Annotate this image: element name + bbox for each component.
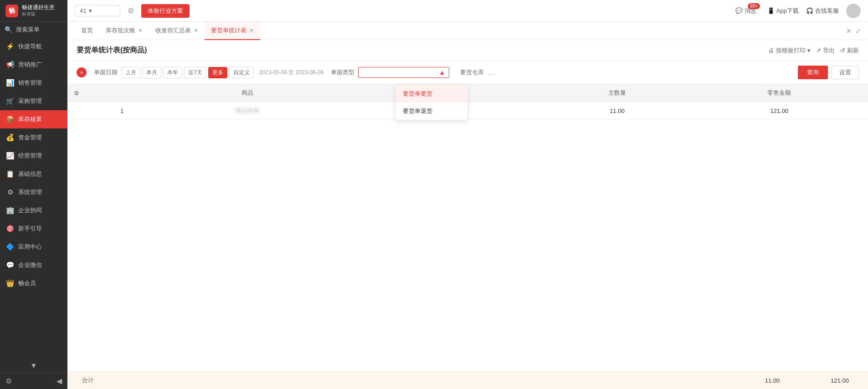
nav-label-inventory: 库存核算	[18, 115, 42, 123]
nav-label-marketing: 营销推广	[18, 61, 42, 69]
type-filter-input[interactable]	[362, 69, 439, 76]
footer-label: 合计	[73, 376, 109, 384]
tab-receipt-close[interactable]: ✕	[194, 28, 198, 33]
dropdown-item-order-purchase[interactable]: 要货单要货	[395, 85, 467, 102]
data-table: ⚙ 商品 主计量单位 主数量 零售金额 1 商品名称 块 11.00	[67, 84, 868, 120]
refresh-label: 刷新	[847, 46, 859, 55]
sidebar-bottom: ⚙ ◀	[0, 373, 67, 389]
tab-expand[interactable]: ⤢	[855, 27, 861, 35]
date-btn-custom[interactable]: 自定义	[229, 67, 254, 78]
header-settings-icon[interactable]: ⚙	[128, 6, 134, 15]
tab-close-all[interactable]: ✕	[846, 27, 852, 35]
sidebar-item-purchase[interactable]: 🛒采购管理	[0, 92, 67, 110]
tab-order-summary[interactable]: 要货单统计表 ✕	[205, 22, 260, 40]
main-area: 41 ▾ ⚙ 体验行业方案 💬 消息 99+ 📱 App下载 🎧 在线客服	[67, 0, 868, 389]
type-filter-arrow[interactable]: ▲	[439, 69, 445, 76]
tab-batch-label: 库存批次账	[106, 26, 135, 35]
sidebar-collapse-icon[interactable]: ◀	[56, 377, 62, 385]
query-btn[interactable]: 查询	[798, 66, 828, 79]
expand-icon: »	[80, 69, 83, 76]
tab-home[interactable]: 首页	[75, 22, 99, 40]
nav-label-sales: 销售管理	[18, 79, 42, 87]
online-service-label: 在线客服	[815, 7, 839, 15]
sidebar-scroll-down[interactable]: ▼	[0, 359, 67, 373]
app-download-btn[interactable]: 📱 App下载	[767, 7, 799, 15]
print-template-btn[interactable]: 🖨 按模板打印 ▾	[768, 46, 811, 55]
nav-icon-inventory: 📦	[5, 115, 15, 124]
tab-batch-inventory[interactable]: 库存批次账 ✕	[99, 22, 149, 40]
tabs-bar: 首页 库存批次账 ✕ 收发存汇总表 ✕ 要货单统计表 ✕ ✕ ⤢	[67, 22, 868, 40]
sidebar-item-enterprise[interactable]: 🏢企业协同	[0, 201, 67, 220]
nav-icon-quick-nav: ⚡	[5, 42, 15, 51]
industry-btn[interactable]: 体验行业方案	[141, 4, 190, 18]
sidebar-item-appstore[interactable]: 🔷应用中心	[0, 238, 67, 256]
sidebar-settings-icon[interactable]: ⚙	[5, 377, 12, 385]
logo-subtitle: 标准版	[22, 11, 55, 17]
nav-icon-member: 👑	[5, 279, 15, 288]
row-quantity: 11.00	[544, 102, 691, 120]
filter-actions: 查询 设置	[798, 66, 859, 79]
nav-icon-operations: 📈	[5, 151, 15, 160]
export-icon: ↗	[816, 47, 821, 54]
user-avatar[interactable]	[846, 4, 861, 18]
sidebar-item-inventory[interactable]: 📦库存核算	[0, 110, 67, 128]
page-content: 要货单统计表(按商品) 🖨 按模板打印 ▾ ↗ 导出 ↺ 刷新	[67, 40, 868, 389]
sidebar-item-system[interactable]: ⚙系统管理	[0, 183, 67, 201]
filter-expand-btn[interactable]: »	[77, 67, 87, 77]
nav-label-quick-nav: 快捷导航	[18, 42, 42, 51]
date-btn-more[interactable]: 更多	[208, 67, 227, 78]
top-header: 41 ▾ ⚙ 体验行业方案 💬 消息 99+ 📱 App下载 🎧 在线客服	[67, 0, 868, 22]
warehouse-more-icon[interactable]: …	[488, 68, 495, 77]
sidebar-nav: ⚡快捷导航📢营销推广📊销售管理🛒采购管理📦库存核算💰资金管理📈经营管理📋基础信息…	[0, 37, 67, 359]
sidebar-search[interactable]: 🔍 搜索菜单	[0, 22, 67, 37]
notification-badge: 99+	[748, 3, 760, 9]
sidebar-item-guide[interactable]: 🎯新手引导	[0, 220, 67, 238]
footer-quantity: 11.00	[750, 377, 795, 384]
dropdown-item-order-return[interactable]: 要货单退货	[395, 102, 467, 120]
nav-icon-wechat: 💬	[5, 261, 15, 270]
settings-btn[interactable]: 设置	[832, 66, 859, 79]
sidebar-item-wechat[interactable]: 💬企业微信	[0, 256, 67, 274]
sidebar-item-sales[interactable]: 📊销售管理	[0, 74, 67, 92]
table-footer: 合计 11.00 121.00	[67, 371, 868, 389]
online-service-btn[interactable]: 🎧 在线客服	[806, 7, 839, 15]
refresh-btn[interactable]: ↺ 刷新	[840, 46, 859, 55]
export-label: 导出	[823, 46, 835, 55]
table-row: 1 商品名称 块 11.00 121.00	[67, 102, 868, 120]
footer-sale-amount: 121.00	[817, 377, 863, 384]
sidebar: 畅 畅捷通好生意 标准版 🔍 搜索菜单 ⚡快捷导航📢营销推广📊销售管理🛒采购管理…	[0, 0, 67, 389]
tab-receipt-label: 收发存汇总表	[155, 26, 191, 35]
tab-selector[interactable]: 41 ▾	[75, 5, 120, 16]
sidebar-item-basic[interactable]: 📋基础信息	[0, 165, 67, 183]
type-filter-input-wrap[interactable]: ▲	[358, 67, 449, 78]
filter-area: » 单据日期 上月 本月 本年 近7天 更多 自定义 2023-05-06 至 …	[67, 61, 868, 84]
export-btn[interactable]: ↗ 导出	[816, 46, 835, 55]
col-settings[interactable]: ⚙	[67, 84, 86, 102]
nav-label-finance: 资金管理	[18, 133, 42, 142]
date-btn-this-year[interactable]: 本年	[163, 67, 182, 78]
date-btn-this-month[interactable]: 本月	[142, 67, 161, 78]
sidebar-search-label: 搜索菜单	[16, 26, 40, 34]
notification-btn[interactable]: 💬 消息 99+	[735, 7, 756, 15]
nav-icon-basic: 📋	[5, 169, 15, 179]
sidebar-item-finance[interactable]: 💰资金管理	[0, 128, 67, 147]
sidebar-item-member[interactable]: 👑畅会员	[0, 274, 67, 292]
tab-number: 41	[80, 7, 86, 14]
sidebar-item-operations[interactable]: 📈经营管理	[0, 147, 67, 165]
nav-label-basic: 基础信息	[18, 170, 42, 178]
date-btn-last-month[interactable]: 上月	[121, 67, 140, 78]
tab-order-label: 要货单统计表	[211, 26, 247, 35]
search-icon: 🔍	[5, 26, 12, 33]
tab-order-close[interactable]: ✕	[249, 28, 254, 33]
date-filter-label: 单据日期	[94, 68, 118, 77]
page-title: 要货单统计表(按商品)	[77, 46, 147, 55]
notification-icon: 💬	[735, 7, 743, 14]
tab-receipt-summary[interactable]: 收发存汇总表 ✕	[149, 22, 205, 40]
tab-batch-close[interactable]: ✕	[138, 28, 143, 33]
sidebar-item-marketing[interactable]: 📢营销推广	[0, 56, 67, 74]
date-range: 2023-05-06 至 2023-06-06	[259, 69, 324, 77]
page-header: 要货单统计表(按商品) 🖨 按模板打印 ▾ ↗ 导出 ↺ 刷新	[67, 40, 868, 61]
nav-icon-marketing: 📢	[5, 60, 15, 69]
date-btn-last-7-days[interactable]: 近7天	[184, 67, 206, 78]
sidebar-item-quick-nav[interactable]: ⚡快捷导航	[0, 37, 67, 56]
